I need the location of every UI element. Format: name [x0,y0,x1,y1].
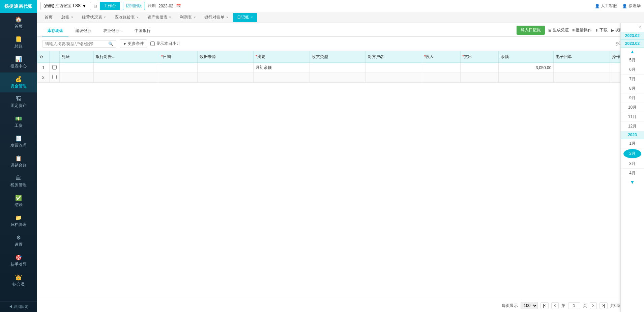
page-next-button[interactable]: > [590,302,597,309]
download-button[interactable]: ⬇ 下载 [595,27,608,33]
sidebar-item-ledger[interactable]: 📒 总账 [0,33,37,53]
month-6[interactable]: 6月 [621,65,644,75]
sidebar-item-settings[interactable]: ⚙ 设置 [0,231,37,251]
month-5[interactable]: 5月 [621,56,644,65]
subtab-cash[interactable]: 库存现金 [42,26,68,36]
month-9[interactable]: 9月 [621,93,644,103]
row-data-source [197,63,254,73]
sidebar-pin-toggle[interactable]: ◀ 取消固定 [0,301,37,312]
page-prev-button[interactable]: < [551,302,558,309]
workspace-button[interactable]: 工作台 [100,2,120,10]
tab-home[interactable]: 首页 [40,13,57,22]
sidebar-item-sales[interactable]: 📋 进销台账 [0,152,37,172]
tab-receivable[interactable]: 应收账龄表 × [111,13,143,22]
sidebar-item-invoices[interactable]: 🧾 发票管理 [0,132,37,152]
month-1[interactable]: 1月 [621,139,644,148]
tab-receivable-close[interactable]: × [137,16,139,19]
page-input[interactable] [568,302,580,309]
search-input-wrap[interactable]: 🔍 [42,40,116,48]
old-version-button[interactable]: 切到旧版 [123,2,145,10]
month-7[interactable]: 7月 [621,75,644,84]
page-last-button[interactable]: >| [599,302,608,309]
row-voucher [60,63,94,73]
sidebar-item-fixed-assets[interactable]: 🏗 固定资产 [0,92,37,112]
tab-balance-sheet[interactable]: 资产负债表 × [143,13,175,22]
main-area: (勿删) 江西韶宝-LSS ▼ ⊟ 工作台 切到旧版 账期 2023-02 📅 … [37,0,644,312]
tab-balance-sheet-close[interactable]: × [169,16,171,19]
app-logo: 畅捷通易代账 [0,0,37,13]
tab-business[interactable]: 经营状况表 × [78,13,110,22]
row-check[interactable] [50,73,60,83]
topbar-right: 👤 人工客服 👤 徐涅华 [595,3,641,9]
filter-icon: ▼ [123,41,127,46]
reports-icon: 📊 [15,56,22,62]
batch-op-icon: ≡ [572,28,575,33]
tab-journal[interactable]: 日记账 × [233,13,257,22]
sidebar-item-guide[interactable]: 🎯 新手引导 [0,251,37,271]
sales-icon: 📋 [15,155,22,162]
scroll-up-arrow[interactable]: ▲ [621,48,644,56]
col-date: *日期 [159,51,197,63]
sidebar-item-reports[interactable]: 📊 报表中心 [0,53,37,73]
import-journal-button[interactable]: 导入日记账 [517,26,545,35]
month-2-active[interactable]: 2月 [623,149,641,159]
page-first-button[interactable]: |< [540,302,549,309]
subtab-agriculture[interactable]: 农业银行... [98,26,128,36]
generate-voucher-button[interactable]: ⊞ 生成凭证 [548,27,569,33]
sidebar-item-member[interactable]: 👑 畅会员 [0,271,37,291]
search-icon[interactable]: 🔍 [108,41,113,46]
tab-bank-statement[interactable]: 银行对账单 × [200,13,232,22]
daily-total-checkbox[interactable] [150,41,155,46]
tab-profit[interactable]: 利润表 × [176,13,200,22]
col-settings[interactable]: ⚙ [37,51,50,63]
month-4[interactable]: 4月 [621,169,644,178]
per-page-select[interactable]: 100 50 200 [521,302,538,309]
more-conditions-button[interactable]: ▼ 更多条件 [120,39,147,48]
user-info[interactable]: 👤 徐涅华 [622,3,641,9]
period-top-2: 2023.02 [621,40,644,48]
company-selector[interactable]: (勿删) 江西韶宝-LSS ▼ [40,2,91,10]
row-income [422,73,460,83]
search-input[interactable] [45,41,107,46]
sidebar-item-close[interactable]: ✅ 结账 [0,191,37,211]
month-10[interactable]: 10月 [621,103,644,112]
sidebar-item-finance[interactable]: 💰 资金管理 [0,73,37,92]
tab-profit-label: 利润表 [180,15,192,20]
date-panel-close-button[interactable]: × [621,23,644,32]
col-summary: *摘要 [254,51,310,63]
tab-ledger[interactable]: 总账 × [57,13,77,22]
member-icon: 👑 [15,274,22,281]
tab-journal-close[interactable]: × [251,16,253,19]
sidebar-item-home[interactable]: 🏠 首页 [0,13,37,33]
sidebar-item-label: 资金管理 [10,83,27,89]
month-12[interactable]: 12月 [621,122,644,131]
fixed-assets-icon: 🏗 [16,96,21,102]
content-area: 库存现金 建设银行 农业银行... 中国银行 导入日记账 ⊞ 生成凭证 [37,23,644,312]
sidebar-item-archive[interactable]: 📁 归档管理 [0,211,37,231]
row-check[interactable] [50,63,60,73]
tab-profit-close[interactable]: × [194,16,196,19]
tab-home-label: 首页 [45,15,53,20]
tab-bank-statement-close[interactable]: × [226,16,228,19]
calendar-icon[interactable]: 📅 [176,4,181,8]
sidebar-item-label: 设置 [14,242,23,248]
customer-service[interactable]: 👤 人工客服 [595,3,617,9]
col-expense: *支出 [460,51,499,63]
month-11[interactable]: 11月 [621,112,644,122]
subtab-construction[interactable]: 建设银行 [70,26,96,36]
scroll-down-arrow[interactable]: ▼ [621,178,644,186]
tab-ledger-close[interactable]: × [71,16,73,19]
row-date [159,73,197,83]
tab-business-label: 经营状况表 [82,15,102,20]
daily-total-checkbox-wrap: 显示本日小计 [150,41,180,47]
batch-op-button[interactable]: ≡ 批量操作 [572,27,592,33]
row-e-statement [554,73,610,83]
sidebar-item-tax[interactable]: 🏛 税务管理 [0,172,37,191]
copy-company-icon[interactable]: ⊟ [94,4,97,8]
year-2023-label: 2023 [621,131,644,139]
tab-business-close[interactable]: × [104,16,106,19]
subtab-china[interactable]: 中国银行 [129,26,156,36]
sidebar-item-payroll[interactable]: 💵 工资 [0,112,37,132]
month-8[interactable]: 8月 [621,84,644,93]
month-3[interactable]: 3月 [621,159,644,169]
